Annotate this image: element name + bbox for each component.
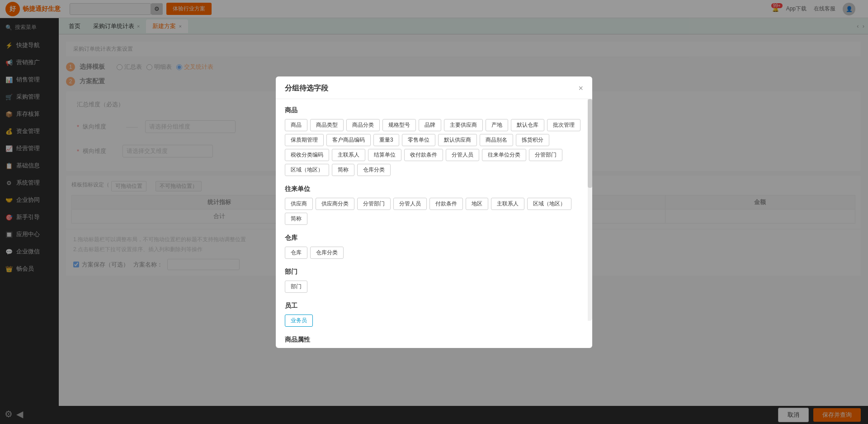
field-tag-main-contact2[interactable]: 主联系人 [491,198,524,210]
main-layout: 🔍 搜索菜单 ⚡ 快捷导航 📢 营销推广 📊 销售管理 🛒 采购管理 📦 [0,18,868,424]
app-container: 好 畅捷通好生意 ⚙ 体验行业方案 🔔 99+ App下载 在线客服 👤 🔍 搜… [0,0,868,424]
field-tag-settlement-unit[interactable]: 结算单位 [368,149,401,161]
group-title-goods: 商品 [285,106,583,114]
field-tag-origin[interactable]: 产地 [486,119,508,131]
field-tag-region[interactable]: 区域（地区） [285,164,329,176]
field-tag-area[interactable]: 地区 [466,198,488,210]
group-title-employee: 员工 [285,302,583,310]
dialog-body[interactable]: 商品 商品 商品类型 商品分类 规格型号 品牌 主要供应商 产地 默认仓库 [276,99,592,348]
field-tag-supplier-cat[interactable]: 供应商分类 [316,198,354,210]
field-tag-retail-unit[interactable]: 零售单位 [402,134,435,146]
field-tag-goods-alias[interactable]: 商品别名 [480,134,513,146]
field-tag-spec-model[interactable]: 规格型号 [382,119,416,131]
field-tag-warehouse-cat[interactable]: 仓库分类 [357,164,391,176]
dialog: 分组待选字段 × 商品 商品 商品类型 商品分类 [276,76,592,348]
partner-fields: 供应商 供应商分类 分管部门 分管人员 付款条件 地区 主联系人 区域（地区） … [285,198,583,225]
field-tag-weight3[interactable]: 重量3 [373,134,399,146]
field-group-partner: 往来单位 供应商 供应商分类 分管部门 分管人员 付款条件 地区 主联系人 区 [285,185,583,225]
field-tag-brand[interactable]: 品牌 [419,119,441,131]
field-tag-dept[interactable]: 分管部门 [529,149,562,161]
field-group-employee: 员工 业务员 [285,302,583,327]
field-group-goods: 商品 商品 商品类型 商品分类 规格型号 品牌 主要供应商 产地 默认仓库 [285,106,583,176]
field-tag-department[interactable]: 部门 [285,281,307,293]
field-tag-pick-score[interactable]: 拣货积分 [516,134,549,146]
field-tag-mgmt-person[interactable]: 分管人员 [393,198,427,210]
field-tag-warehouse[interactable]: 仓库 [285,247,307,259]
field-tag-mgmt-dept[interactable]: 分管部门 [357,198,391,210]
field-tag-main-contact[interactable]: 主联系人 [332,149,365,161]
field-tag-expiry-mgmt[interactable]: 保质期管理 [285,134,324,146]
field-tag-goods-type[interactable]: 商品类型 [310,119,344,131]
field-tag-tax-code[interactable]: 税收分类编码 [285,149,329,161]
content-area: 首页 采购订单统计表 × 新建方案 × ‹ › 采购订单统计表方案设置 [59,18,868,424]
field-tag-short-name[interactable]: 简称 [332,164,354,176]
dialog-title: 分组待选字段 [285,84,328,93]
scrollbar-track[interactable] [588,99,592,321]
group-title-partner: 往来单位 [285,185,583,193]
field-group-warehouse: 仓库 仓库 仓库分类 [285,234,583,259]
field-tag-default-supplier[interactable]: 默认供应商 [438,134,477,146]
dept-fields: 部门 [285,281,583,293]
field-group-dept: 部门 部门 [285,268,583,293]
warehouse-fields: 仓库 仓库分类 [285,247,583,259]
field-tag-customer-code[interactable]: 客户商品编码 [326,134,371,146]
field-tag-goods-category[interactable]: 商品分类 [346,119,380,131]
dialog-close-btn[interactable]: × [578,84,583,93]
group-title-goods-attr: 商品属性 [285,336,583,344]
field-tag-short-name2[interactable]: 简称 [285,213,307,225]
field-tag-partner-category[interactable]: 往来单位分类 [482,149,526,161]
field-tag-pay-terms[interactable]: 付款条件 [429,198,463,210]
field-tag-default-warehouse[interactable]: 默认仓库 [511,119,544,131]
field-tag-warehouse-category[interactable]: 仓库分类 [310,247,344,259]
field-tag-region2[interactable]: 区域（地区） [527,198,571,210]
group-title-dept: 部门 [285,268,583,276]
field-tag-payment-terms[interactable]: 收付款条件 [404,149,443,161]
field-tag-main-supplier[interactable]: 主要供应商 [444,119,483,131]
field-tag-batch-mgmt[interactable]: 批次管理 [547,119,580,131]
page-wrapper: 采购订单统计表方案设置 1 选择模板 汇总表 明细表 交叉统计表 [59,34,868,406]
field-tag-supplier[interactable]: 供应商 [285,198,313,210]
field-group-goods-attr: 商品属性 属性 颜色 多规格 尺码 鞋码 1 [285,336,583,348]
goods-fields: 商品 商品类型 商品分类 规格型号 品牌 主要供应商 产地 默认仓库 批次管理 [285,119,583,176]
field-tag-goods[interactable]: 商品 [285,119,307,131]
group-title-warehouse: 仓库 [285,234,583,242]
scrollbar-thumb[interactable] [588,99,592,188]
dialog-header: 分组待选字段 × [276,76,592,99]
employee-fields: 业务员 [285,314,583,327]
field-tag-salesperson[interactable]: 业务员 [285,314,313,327]
overlay: 分组待选字段 × 商品 商品 商品类型 商品分类 [59,34,868,406]
field-tag-supervisor[interactable]: 分管人员 [446,149,479,161]
